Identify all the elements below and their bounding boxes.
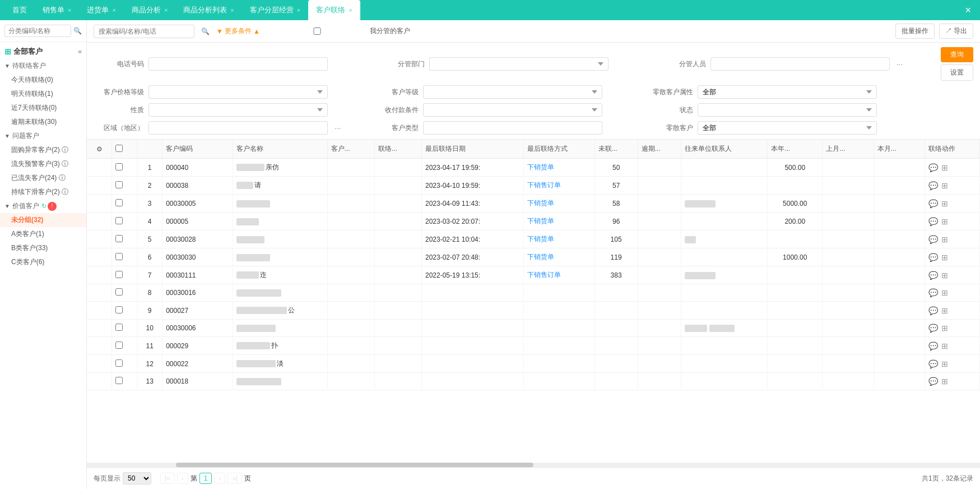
contact-method-link[interactable]: 下销货单: [527, 217, 554, 225]
nature-select[interactable]: [148, 103, 328, 117]
th-contact[interactable]: 联络...: [374, 140, 421, 159]
chat-icon[interactable]: 💬: [928, 253, 938, 262]
chat-icon[interactable]: 💬: [928, 377, 938, 386]
row-checkbox[interactable]: [115, 235, 123, 242]
nav-purchase[interactable]: 进货单 ×: [79, 0, 123, 20]
chat-icon[interactable]: 💬: [928, 217, 938, 226]
b-class-customers[interactable]: B类客户(33): [0, 241, 86, 255]
customer-type-input[interactable]: [423, 121, 602, 135]
more-icon[interactable]: ⊞: [941, 271, 948, 280]
th-last-month[interactable]: 上月...: [823, 140, 874, 159]
churned[interactable]: 已流失客户(24) ⓘ: [0, 171, 86, 185]
nav-customer-contact[interactable]: 客户联络 ×: [308, 0, 360, 20]
row-checkbox[interactable]: [115, 288, 123, 296]
chat-icon[interactable]: 💬: [928, 288, 938, 297]
th-this-year[interactable]: 本年...: [768, 140, 823, 159]
search-btn[interactable]: 🔍: [201, 27, 210, 35]
status-select[interactable]: [698, 103, 877, 117]
abnormal-purchase[interactable]: 固购异常客户(2) ⓘ: [0, 143, 86, 157]
phone-input[interactable]: [148, 57, 328, 71]
th-last-date[interactable]: 最后联络日期: [421, 140, 523, 159]
more-icon[interactable]: ⊞: [941, 217, 948, 226]
retail-attr-select[interactable]: 全部: [698, 85, 877, 99]
close-analysis-icon[interactable]: ×: [164, 7, 168, 13]
chat-icon[interactable]: 💬: [928, 271, 938, 280]
horizontal-scrollbar[interactable]: [87, 463, 980, 467]
value-customers-group[interactable]: ▼ 价值客户 ↻ !: [0, 199, 86, 213]
th-name[interactable]: 客户名称: [233, 140, 327, 159]
per-page-select[interactable]: 50 100 200: [123, 472, 151, 485]
more-icon[interactable]: ⊞: [941, 288, 948, 297]
more-icon[interactable]: ⊞: [941, 342, 948, 350]
export-button[interactable]: ↗ 导出: [939, 24, 973, 39]
select-all-checkbox[interactable]: [115, 145, 123, 152]
nav-customer-tier[interactable]: 客户分层经营 ×: [242, 0, 308, 20]
row-checkbox[interactable]: [115, 342, 123, 349]
next-page-btn[interactable]: ›: [214, 473, 225, 484]
scrollbar-thumb[interactable]: [176, 463, 533, 467]
overdue-pending[interactable]: 逾期未联络(30): [0, 115, 86, 129]
more-icon[interactable]: ⊞: [941, 324, 948, 333]
a-class-customers[interactable]: A类客户(1): [0, 227, 86, 241]
more-icon[interactable]: ⊞: [941, 359, 948, 368]
row-checkbox[interactable]: [115, 217, 123, 224]
more-icon[interactable]: ⊞: [941, 253, 948, 262]
chat-icon[interactable]: 💬: [928, 324, 938, 333]
region-dots-btn[interactable]: ···: [332, 123, 343, 132]
declining[interactable]: 持续下滑客户(2) ⓘ: [0, 185, 86, 199]
more-icon[interactable]: ⊞: [941, 306, 948, 315]
close-tier-icon[interactable]: ×: [297, 7, 300, 13]
th-settings[interactable]: ⚙: [87, 140, 112, 159]
customer-level-select[interactable]: [423, 85, 602, 99]
today-pending[interactable]: 今天待联络(0): [0, 73, 86, 87]
person-dots-btn[interactable]: ···: [894, 59, 905, 68]
problem-customers-group[interactable]: ▼ 问题客户: [0, 129, 86, 143]
th-unit-contact[interactable]: 往来单位联系人: [681, 140, 767, 159]
th-last-method[interactable]: 最后联络方式: [524, 140, 594, 159]
tomorrow-pending[interactable]: 明天待联络(1): [0, 87, 86, 101]
chat-icon[interactable]: 💬: [928, 342, 938, 350]
nav-sales[interactable]: 销售单 ×: [35, 0, 79, 20]
category-search-icon[interactable]: 🔍: [73, 27, 82, 35]
person-input[interactable]: [710, 57, 890, 71]
contact-method-link[interactable]: 下销货单: [527, 253, 554, 261]
th-type[interactable]: 客户...: [327, 140, 374, 159]
row-checkbox[interactable]: [115, 306, 123, 313]
category-search-input[interactable]: [4, 25, 71, 37]
row-checkbox[interactable]: [115, 271, 123, 278]
row-checkbox[interactable]: [115, 181, 123, 188]
nav-home[interactable]: 首页: [4, 0, 35, 20]
more-icon[interactable]: ⊞: [941, 377, 948, 386]
chat-icon[interactable]: 💬: [928, 359, 938, 368]
chat-icon[interactable]: 💬: [928, 163, 938, 172]
week-pending[interactable]: 近7天待联络(0): [0, 101, 86, 115]
more-icon[interactable]: ⊞: [941, 163, 948, 172]
dept-select[interactable]: [429, 57, 609, 71]
my-customers-checkbox[interactable]: [267, 27, 368, 35]
retail-select2[interactable]: 全部: [698, 121, 877, 135]
contact-method-link[interactable]: 下销货单: [527, 235, 554, 243]
contact-method-link[interactable]: 下销售订单: [527, 271, 561, 279]
more-conditions-btn[interactable]: ▼ 更多条件 ▲: [216, 26, 260, 36]
prev-page-btn[interactable]: ‹: [177, 473, 188, 484]
first-page-btn[interactable]: |«: [160, 473, 175, 484]
th-overdue[interactable]: 逾期...: [638, 140, 681, 159]
collapse-icon[interactable]: «: [78, 48, 82, 56]
close-contact-icon[interactable]: ×: [349, 7, 352, 13]
c-class-customers[interactable]: C类客户(6): [0, 255, 86, 269]
batch-op-button[interactable]: 批量操作: [895, 24, 935, 39]
churn-warning[interactable]: 流失预警客户(3) ⓘ: [0, 157, 86, 171]
more-icon[interactable]: ⊞: [941, 199, 948, 208]
contact-method-link[interactable]: 下销货单: [527, 163, 554, 171]
reset-button[interactable]: 设置: [941, 64, 973, 81]
close-list-icon[interactable]: ×: [230, 7, 234, 13]
close-sales-icon[interactable]: ×: [68, 7, 71, 13]
row-checkbox[interactable]: [115, 359, 123, 367]
refresh-icon[interactable]: ↻: [41, 202, 47, 210]
payment-select[interactable]: [423, 103, 602, 117]
more-icon[interactable]: ⊞: [941, 235, 948, 244]
unclassified-group[interactable]: 未分组(32): [0, 213, 86, 227]
region-input[interactable]: [148, 121, 328, 135]
close-purchase-icon[interactable]: ×: [112, 7, 115, 13]
close-all-button[interactable]: ×: [960, 4, 976, 16]
